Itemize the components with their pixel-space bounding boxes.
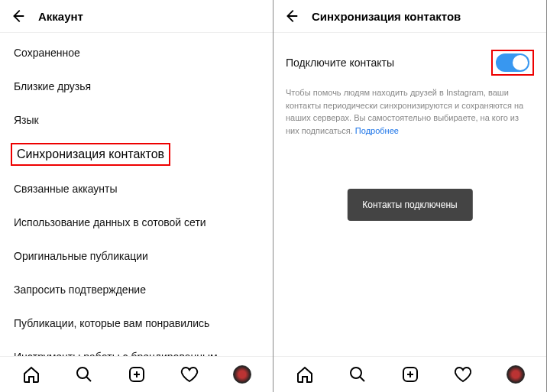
- home-icon[interactable]: [295, 364, 315, 384]
- content: Подключите контакты Чтобы помочь людям н…: [274, 33, 546, 356]
- svg-point-2: [351, 368, 361, 378]
- toast: Контакты подключены: [347, 189, 472, 221]
- toggle-row: Подключите контакты: [274, 36, 546, 83]
- page-title: Синхронизация контактов: [312, 10, 461, 23]
- avatar: [233, 365, 251, 384]
- svg-point-0: [77, 368, 88, 378]
- toggle-label: Подключите контакты: [286, 57, 394, 69]
- toggle-highlight: [491, 50, 534, 76]
- menu-item-saved[interactable]: Сохраненное: [0, 36, 273, 70]
- bottom-nav: [0, 356, 273, 392]
- back-icon[interactable]: [9, 8, 26, 24]
- menu-list: Сохраненное Близкие друзья Язык Синхрони…: [0, 33, 273, 356]
- contacts-sync-screen: Синхронизация контактов Подключите конта…: [274, 0, 547, 392]
- avatar: [507, 365, 525, 384]
- activity-icon[interactable]: [453, 364, 473, 384]
- menu-item-request-verification[interactable]: Запросить подтверждение: [0, 273, 273, 306]
- description: Чтобы помочь людям находить друзей в Ins…: [274, 83, 546, 140]
- search-icon[interactable]: [74, 364, 94, 384]
- header: Аккаунт: [0, 0, 273, 33]
- add-post-icon[interactable]: [127, 364, 147, 384]
- profile-icon[interactable]: [232, 364, 252, 384]
- menu-item-linked-accounts[interactable]: Связанные аккаунты: [0, 172, 273, 206]
- learn-more-link[interactable]: Подробнее: [355, 126, 399, 135]
- menu-item-liked-posts[interactable]: Публикации, которые вам понравились: [0, 306, 273, 340]
- page-title: Аккаунт: [38, 10, 83, 23]
- menu-item-original-posts[interactable]: Оригинальные публикации: [0, 239, 273, 273]
- menu-item-cellular-data[interactable]: Использование данных в сотовой сети: [0, 206, 273, 239]
- add-post-icon[interactable]: [400, 364, 420, 384]
- contacts-toggle[interactable]: [496, 53, 529, 72]
- home-icon[interactable]: [21, 364, 41, 384]
- description-text: Чтобы помочь людям находить друзей в Ins…: [286, 88, 523, 135]
- profile-icon[interactable]: [506, 364, 526, 384]
- bottom-nav: [274, 356, 546, 392]
- back-icon[interactable]: [283, 8, 299, 24]
- search-icon[interactable]: [348, 364, 367, 384]
- menu-item-close-friends[interactable]: Близкие друзья: [0, 70, 273, 103]
- menu-item-branded-content[interactable]: Инструменты работы с брендированным конт…: [0, 340, 273, 356]
- header: Синхронизация контактов: [274, 0, 546, 33]
- activity-icon[interactable]: [180, 364, 199, 384]
- menu-item-language[interactable]: Язык: [0, 103, 273, 137]
- account-screen: Аккаунт Сохраненное Близкие друзья Язык …: [0, 0, 274, 392]
- menu-item-contacts-sync[interactable]: Синхронизация контактов: [11, 143, 170, 166]
